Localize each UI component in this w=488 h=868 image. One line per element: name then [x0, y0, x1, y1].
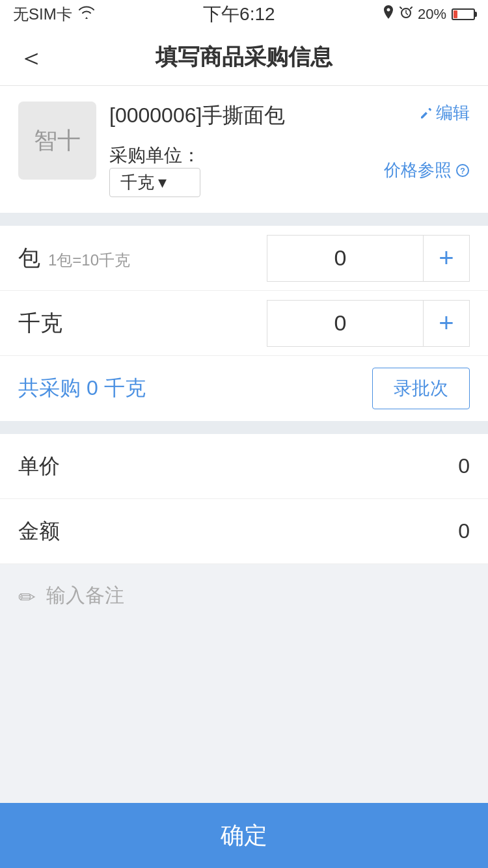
battery-text: 20% — [418, 6, 446, 23]
main-content: ＜ 填写商品采购信息 智十 [0000006]手撕面包 编辑 采购单位： 千克 … — [0, 29, 488, 850]
info-row-amount: 金额 0 — [0, 499, 488, 564]
unit-dropdown[interactable]: 千克 ▾ — [109, 168, 200, 197]
product-logo-text: 智十 — [34, 125, 81, 157]
carrier-text: 无SIM卡 — [13, 4, 72, 25]
alarm-icon — [400, 5, 413, 23]
section-divider-1 — [0, 213, 488, 226]
summary-text: 共采购 0 千克 — [18, 374, 146, 403]
input-row-kg: 千克 + — [0, 291, 488, 356]
product-name: [0000006]手撕面包 — [109, 102, 285, 130]
remark-placeholder: 输入备注 — [46, 582, 124, 609]
status-right: 20% — [383, 5, 475, 23]
battery-icon — [452, 8, 475, 20]
qty-input-kg[interactable] — [267, 300, 423, 347]
input-label-bao: 包 1包=10千克 — [18, 243, 267, 273]
label-bao-sub: 1包=10千克 — [48, 250, 130, 271]
info-row-price: 单价 0 — [0, 434, 488, 499]
status-left: 无SIM卡 — [13, 4, 96, 25]
nav-bar: ＜ 填写商品采购信息 — [0, 29, 488, 86]
info-section: 单价 0 金额 0 — [0, 434, 488, 564]
price-ref-label: 价格参照 — [384, 159, 452, 182]
location-icon — [383, 5, 394, 23]
section-divider-2 — [0, 421, 488, 434]
svg-text:?: ? — [460, 166, 465, 176]
summary-row: 共采购 0 千克 录批次 — [0, 356, 488, 421]
unit-value: 千克 — [120, 171, 154, 194]
summary-amount-value: 0 — [87, 376, 98, 400]
dropdown-arrow-icon: ▾ — [158, 172, 167, 193]
info-label-price: 单价 — [18, 452, 60, 481]
info-value-amount: 0 — [458, 519, 470, 543]
batch-button[interactable]: 录批次 — [372, 368, 470, 409]
purchase-unit-group: 采购单位： 千克 ▾ — [109, 143, 200, 197]
price-ref-button[interactable]: 价格参照 ? — [384, 159, 470, 182]
label-kg-main: 千克 — [18, 308, 62, 338]
status-bar: 无SIM卡 下午6:12 20% — [0, 0, 488, 29]
summary-unit-value: 千克 — [104, 376, 146, 400]
summary-prefix: 共采购 — [18, 376, 81, 400]
edit-label: 编辑 — [436, 102, 470, 124]
product-info: [0000006]手撕面包 编辑 采购单位： 千克 ▾ 价格参照 ? — [109, 102, 470, 197]
confirm-button[interactable]: 确定 — [0, 803, 488, 868]
input-section: 包 1包=10千克 + 千克 + 共采购 0 — [0, 226, 488, 421]
product-card: 智十 [0000006]手撕面包 编辑 采购单位： 千克 ▾ — [0, 86, 488, 213]
product-header: [0000006]手撕面包 编辑 — [109, 102, 470, 130]
wifi-icon — [77, 5, 96, 23]
input-control-bao: + — [267, 235, 470, 282]
label-bao-main: 包 — [18, 243, 40, 273]
status-time: 下午6:12 — [203, 2, 275, 27]
product-image: 智十 — [18, 102, 96, 180]
back-button[interactable]: ＜ — [18, 44, 44, 70]
plus-btn-kg[interactable]: + — [423, 300, 470, 347]
edit-button[interactable]: 编辑 — [419, 102, 470, 124]
pencil-icon: ✏ — [18, 585, 36, 610]
qty-input-bao[interactable] — [267, 235, 423, 282]
purchase-unit-label: 采购单位： — [109, 145, 200, 165]
input-control-kg: + — [267, 300, 470, 347]
page-title: 填写商品采购信息 — [156, 42, 332, 72]
plus-btn-bao[interactable]: + — [423, 235, 470, 282]
input-label-kg: 千克 — [18, 308, 267, 338]
remark-section[interactable]: ✏ 输入备注 — [0, 564, 488, 785]
input-row-bao: 包 1包=10千克 + — [0, 226, 488, 291]
purchase-unit-row: 采购单位： 千克 ▾ 价格参照 ? — [109, 143, 470, 197]
info-label-amount: 金额 — [18, 517, 60, 546]
info-value-price: 0 — [458, 454, 470, 478]
